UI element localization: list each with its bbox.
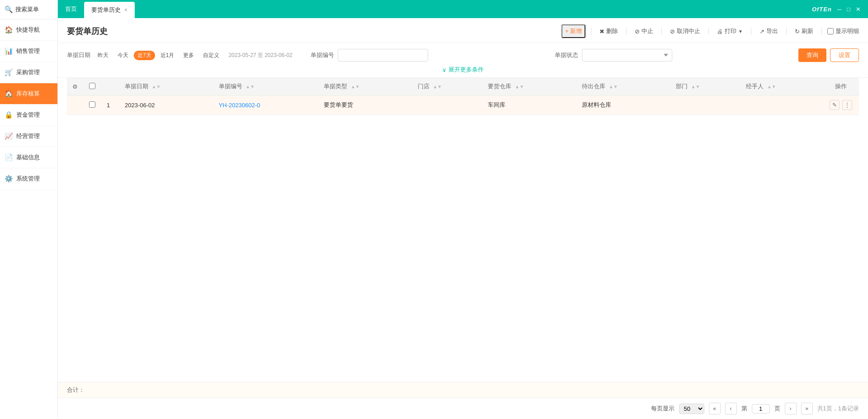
print-button[interactable]: 🖨 打印 ▼: [714, 25, 745, 37]
first-page-btn[interactable]: «: [709, 403, 721, 414]
date-btn-custom[interactable]: 自定义: [199, 51, 223, 60]
sidebar-item-label: 系统管理: [16, 175, 40, 183]
sidebar-item-quick-nav[interactable]: 🏠 快捷导航: [0, 19, 57, 41]
page-container: 要货单历史 + 新增 ✖ 删除 ⊘ 中止 ⊘ 取消中止: [58, 18, 868, 419]
sidebar-item-system[interactable]: ⚙️ 系统管理: [0, 168, 57, 190]
export-icon: ↗: [760, 28, 764, 35]
stop-icon: ⊘: [635, 28, 640, 35]
sidebar-search-label: 搜索菜单: [15, 5, 39, 14]
next-page-btn[interactable]: ›: [785, 403, 797, 414]
toolbar: + 新增 ✖ 删除 ⊘ 中止 ⊘ 取消中止: [561, 24, 859, 38]
th-store[interactable]: 门店 ▲▼: [412, 78, 482, 95]
last-page-btn[interactable]: »: [801, 403, 813, 414]
display-detail-toggle[interactable]: 显示明细: [827, 27, 859, 35]
summary-label: 合计：: [67, 386, 85, 394]
pagination: 每页显示 50 20 100 200 « ‹ 第 页 › » 共1页，1条记录: [58, 398, 868, 419]
finance-icon: 🔒: [5, 111, 13, 119]
th-settings[interactable]: ⚙: [67, 78, 83, 95]
toolbar-divider7: [821, 28, 822, 35]
sidebar-search[interactable]: 🔍 搜索菜单: [0, 0, 57, 19]
date-btn-1month[interactable]: 近1月: [157, 51, 178, 60]
export-button[interactable]: ↗ 导出: [757, 25, 781, 37]
sidebar-item-base[interactable]: 📄 基础信息: [0, 147, 57, 168]
refresh-icon: ↻: [795, 28, 800, 35]
sidebar: 🔍 搜索菜单 🏠 快捷导航 📊 销售管理 🛒 采购管理 🏠 库存核算 🔒 资金管…: [0, 0, 58, 419]
sort-icon-date: ▲▼: [152, 84, 161, 89]
settings-button[interactable]: 设置: [830, 48, 859, 62]
sidebar-item-label: 库存核算: [16, 90, 40, 98]
edit-action-icon[interactable]: ✎: [830, 100, 840, 110]
stop-button[interactable]: ⊘ 中止: [632, 25, 656, 37]
toolbar-divider3: [661, 28, 662, 35]
tab-home[interactable]: 首页: [58, 0, 84, 18]
th-checkbox: [83, 78, 101, 95]
refresh-button[interactable]: ↻ 刷新: [792, 25, 816, 37]
tab-close-button[interactable]: ×: [124, 7, 127, 13]
filter-row-1: 单据日期 昨天 今天 近7天 近1月 更多 自定义 2023-05-27 至 2…: [67, 48, 859, 62]
page-input[interactable]: [752, 404, 770, 414]
query-button[interactable]: 查询: [798, 48, 826, 62]
th-doc-type[interactable]: 单据类型 ▲▼: [318, 78, 412, 95]
select-all-checkbox[interactable]: [89, 83, 95, 89]
stop-button-label: 中止: [642, 27, 653, 35]
th-pending-warehouse[interactable]: 待出仓库 ▲▼: [576, 78, 670, 95]
toolbar-divider6: [786, 28, 787, 35]
delete-button[interactable]: ✖ 删除: [597, 25, 621, 37]
delete-button-label: 删除: [606, 27, 618, 35]
expand-more-btn[interactable]: ∨ 展开更多条件: [67, 66, 859, 74]
sidebar-item-finance[interactable]: 🔒 资金管理: [0, 105, 57, 126]
date-btn-7days[interactable]: 近7天: [134, 51, 155, 60]
sidebar-item-inventory[interactable]: 🏠 库存核算: [0, 83, 57, 105]
minimize-button[interactable]: ─: [837, 6, 841, 13]
cancel-stop-icon: ⊘: [670, 28, 675, 35]
tab-yaohuodan[interactable]: 要货单历史 ×: [84, 2, 135, 18]
refresh-button-label: 刷新: [802, 27, 813, 35]
more-action-icon[interactable]: ⋮: [842, 100, 852, 110]
sidebar-item-operation[interactable]: 📈 经营管理: [0, 126, 57, 147]
th-action: 操作: [823, 78, 859, 95]
date-btn-more[interactable]: 更多: [179, 51, 198, 60]
sort-icon-req-wh: ▲▼: [515, 84, 524, 89]
sidebar-item-label: 经营管理: [16, 132, 40, 140]
per-page-select[interactable]: 50 20 100 200: [679, 404, 704, 414]
expand-more-label: 展开更多条件: [448, 66, 484, 74]
toolbar-divider5: [751, 28, 751, 35]
tab-yaohuodan-label: 要货单历史: [91, 6, 121, 14]
sidebar-item-label: 快捷导航: [16, 26, 40, 34]
sidebar-item-sales[interactable]: 📊 销售管理: [0, 41, 57, 62]
display-detail-checkbox[interactable]: [827, 28, 834, 34]
date-btn-today[interactable]: 今天: [114, 51, 132, 60]
th-handler[interactable]: 经手人 ▲▼: [741, 78, 823, 95]
doc-status-select[interactable]: [582, 49, 672, 62]
doc-no-link[interactable]: YH-20230602-0: [219, 102, 260, 109]
close-window-button[interactable]: ✕: [856, 6, 861, 13]
th-doc-date[interactable]: 单据日期 ▲▼: [119, 78, 213, 95]
prev-page-btn[interactable]: ‹: [725, 403, 737, 414]
th-department[interactable]: 部门 ▲▼: [670, 78, 741, 95]
td-doc-date: 2023-06-02: [119, 95, 213, 115]
sort-icon-type: ▲▼: [351, 84, 360, 89]
date-filter-group: 单据日期 昨天 今天 近7天 近1月 更多 自定义 2023-05-27 至 2…: [67, 51, 302, 60]
toolbar-divider: [591, 28, 591, 35]
per-page-label: 每页显示: [651, 405, 675, 413]
maximize-button[interactable]: □: [847, 6, 850, 13]
td-seq: 1: [101, 95, 119, 115]
table-area: ⚙ 单据日期 ▲▼ 单据编号 ▲▼: [58, 78, 868, 382]
chevron-down-icon: ∨: [442, 67, 447, 73]
td-department: [670, 95, 741, 115]
sidebar-item-label: 销售管理: [16, 47, 40, 55]
th-req-warehouse[interactable]: 要货仓库 ▲▼: [482, 78, 576, 95]
print-dropdown-icon: ▼: [738, 29, 743, 34]
new-button[interactable]: + 新增: [561, 24, 585, 38]
doc-no-input[interactable]: [338, 49, 428, 62]
th-doc-no[interactable]: 单据编号 ▲▼: [213, 78, 319, 95]
row-checkbox[interactable]: [89, 101, 95, 108]
page-title: 要货单历史: [67, 26, 108, 37]
purchase-icon: 🛒: [5, 68, 13, 76]
sidebar-item-purchase[interactable]: 🛒 采购管理: [0, 62, 57, 83]
cancel-stop-button[interactable]: ⊘ 取消中止: [667, 25, 703, 37]
summary-row: 合计：: [58, 382, 868, 398]
date-btn-yesterday[interactable]: 昨天: [94, 51, 112, 60]
base-icon: 📄: [5, 153, 13, 162]
sidebar-item-label: 资金管理: [16, 111, 40, 119]
